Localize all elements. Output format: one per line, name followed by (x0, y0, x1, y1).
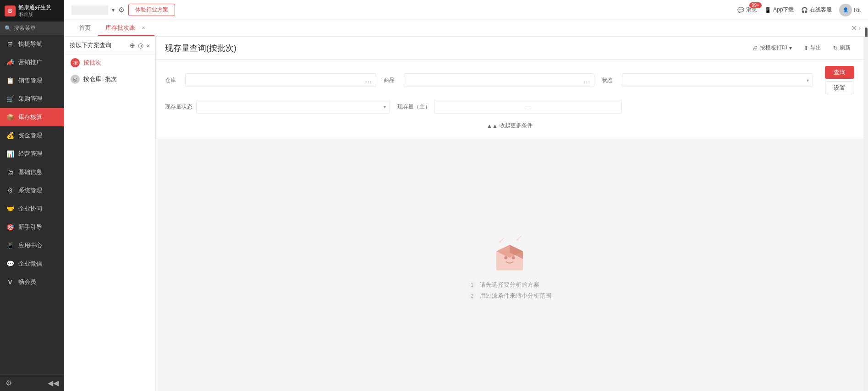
product-dots[interactable]: … (583, 76, 590, 84)
export-btn[interactable]: ⬆ 导出 (800, 42, 825, 54)
svg-point-7 (499, 241, 501, 243)
experience-btn[interactable]: 体验行业方案 (128, 4, 175, 16)
sidebar-item-finance[interactable]: 💰 资金管理 (0, 126, 64, 145)
nav-icon-wxwork: 💬 (5, 259, 15, 268)
warehouse-input[interactable]: … (185, 73, 376, 87)
print-btn[interactable]: 🖨 按模板打印 ▾ (749, 42, 796, 54)
sidebar-item-newbie[interactable]: 🎯 新手引导 (0, 218, 64, 236)
query-button[interactable]: 查询 (825, 66, 854, 79)
user-menu[interactable]: 👤 Rit (839, 4, 861, 16)
refresh-btn[interactable]: ↻ 刷新 (830, 42, 854, 54)
avatar: 👤 (839, 4, 852, 16)
app-logo: B (5, 5, 16, 16)
filter-warehouse: 仓库 … (165, 73, 376, 87)
tip-text-1: 请先选择要分析的方案 (480, 281, 539, 289)
tab-inventory-batch[interactable]: 库存批次账 × (98, 21, 154, 36)
svg-point-4 (512, 256, 515, 260)
print-icon: 🖨 (753, 45, 758, 51)
sidebar-item-label: 企业协同 (18, 205, 42, 213)
warehouse-dots[interactable]: … (365, 76, 372, 84)
sidebar-item-label: 采购管理 (18, 95, 42, 103)
nav-icon-newbie: 🎯 (5, 223, 15, 232)
filter-product: 商品 … (384, 73, 595, 87)
left-filter-panel: 按以下方案查询 ⊕ ◎ « 按 按批次 ◎ 按仓库+批次 (64, 37, 156, 391)
breadcrumb (71, 5, 108, 15)
scheme-by-warehouse-batch[interactable]: ◎ 按仓库+批次 (64, 71, 155, 87)
filter-row-1: 仓库 … 商品 … 状态 (165, 66, 854, 94)
sidebar-item-purchase[interactable]: 🛒 采购管理 (0, 90, 64, 108)
settings-icon[interactable]: ⚙ (5, 379, 12, 387)
sidebar-item-sales[interactable]: 📋 销售管理 (0, 71, 64, 90)
nav-icon-purchase: 🛒 (5, 94, 15, 103)
online-service-btn[interactable]: 🎧 在线客服 (801, 6, 832, 14)
sidebar-item-wxwork[interactable]: 💬 企业微信 (0, 255, 64, 273)
nav-icon-enterprise: 🤝 (5, 204, 15, 213)
settings-button[interactable]: 设置 (825, 81, 854, 94)
page-header-actions: 🖨 按模板打印 ▾ ⬆ 导出 ↻ 刷新 (749, 42, 854, 54)
topbar-gear-icon[interactable]: ⚙ (118, 5, 125, 14)
service-icon: 🎧 (801, 7, 808, 13)
tab-home[interactable]: 首页 (71, 21, 98, 36)
sidebar-item-label: 应用中心 (18, 241, 42, 250)
stock-qty-range[interactable]: — (434, 100, 622, 114)
sidebar-item-label: 销售管理 (18, 76, 42, 85)
query-btn-area: 查询 设置 (825, 66, 854, 94)
add-scheme-icon[interactable]: ⊕ (130, 42, 135, 49)
tab-home-label: 首页 (79, 24, 91, 32)
sidebar-item-label: 快捷导航 (18, 40, 42, 48)
empty-tip-1: 1 请先选择要分析的方案 (468, 281, 551, 289)
sidebar-item-member[interactable]: V 畅会员 (0, 273, 64, 291)
panel-close-icon[interactable]: ✕ (851, 24, 857, 33)
product-input[interactable]: … (404, 73, 595, 87)
panel-more-icon[interactable]: › (859, 25, 861, 32)
main-area: ▾ ⚙ 体验行业方案 💬 消息 99+ 📱 App下载 🎧 在线客服 👤 (64, 0, 868, 391)
empty-tips: 1 请先选择要分析的方案 2 用过滤条件来缩小分析范围 (468, 281, 551, 300)
sidebar-item-label: 营销推广 (18, 58, 42, 66)
sidebar-item-operations[interactable]: 📊 经营管理 (0, 145, 64, 163)
nav-icon-appstore: 📱 (5, 241, 15, 250)
settings-scheme-icon[interactable]: ◎ (138, 42, 143, 49)
messages-btn[interactable]: 💬 消息 99+ (737, 6, 757, 14)
print-dropdown-icon[interactable]: ▾ (789, 45, 792, 51)
stock-status-select[interactable]: ▾ (196, 100, 390, 114)
warehouse-label: 仓库 (165, 76, 181, 84)
online-service-label: 在线客服 (810, 6, 832, 14)
scheme-label-warehouse-batch: 按仓库+批次 (83, 75, 117, 83)
stock-status-chevron-icon: ▾ (384, 104, 386, 109)
sidebar-item-basics[interactable]: 🗂 基础信息 (0, 163, 64, 181)
scheme-icon-batch: 按 (71, 58, 80, 67)
collapse-more-btn[interactable]: ▲▲ 收起更多条件 (165, 119, 854, 132)
sidebar-item-appstore[interactable]: 📱 应用中心 (0, 236, 64, 255)
app-download-btn[interactable]: 📱 App下载 (764, 6, 794, 14)
export-icon: ⬆ (804, 45, 808, 51)
tab-panel-close-area: ✕ › (847, 24, 861, 33)
sidebar-search[interactable]: 🔍 搜索菜单 (0, 22, 64, 35)
sidebar-item-label: 新手引导 (18, 223, 42, 231)
empty-state: 1 请先选择要分析的方案 2 用过滤条件来缩小分析范围 (156, 139, 863, 391)
refresh-label: 刷新 (840, 44, 851, 52)
collapse-panel-icon[interactable]: « (146, 42, 150, 49)
sidebar-item-inventory[interactable]: 📦 库存核算 (0, 108, 64, 126)
nav-icon-sales: 📋 (5, 76, 15, 85)
sidebar: B 畅康通好生意 标准版 🔍 搜索菜单 ⊞ 快捷导航 📣 营销推广 📋 销售管理… (0, 0, 64, 391)
tip-text-2: 用过滤条件来缩小分析范围 (480, 292, 551, 300)
sidebar-item-system[interactable]: ⚙ 系统管理 (0, 181, 64, 200)
sidebar-item-enterprise[interactable]: 🤝 企业协同 (0, 200, 64, 218)
sidebar-item-marketing[interactable]: 📣 营销推广 (0, 53, 64, 71)
status-label: 状态 (602, 76, 618, 84)
tabbar: 首页 库存批次账 × ✕ › (64, 20, 868, 37)
breadcrumb-dropdown[interactable]: ▾ (112, 7, 115, 13)
right-scrollbar[interactable] (863, 37, 868, 391)
tip-num-2: 2 (468, 292, 476, 300)
sidebar-item-label: 企业微信 (18, 260, 42, 268)
scheme-label-batch: 按批次 (83, 59, 101, 67)
collapse-sidebar-icon[interactable]: ◀◀ (48, 379, 59, 387)
stock-qty-dash: — (525, 103, 531, 110)
filter-panel-actions: ⊕ ◎ « (130, 42, 150, 49)
status-select[interactable]: ▾ (622, 73, 813, 87)
tab-close-icon[interactable]: × (140, 24, 147, 32)
sidebar-item-quick-nav[interactable]: ⊞ 快捷导航 (0, 35, 64, 53)
nav-icon-marketing: 📣 (5, 58, 15, 67)
scheme-by-batch[interactable]: 按 按批次 (64, 54, 155, 71)
right-content: 现存量查询(按批次) 🖨 按模板打印 ▾ ⬆ 导出 ↻ 刷新 (156, 37, 863, 391)
